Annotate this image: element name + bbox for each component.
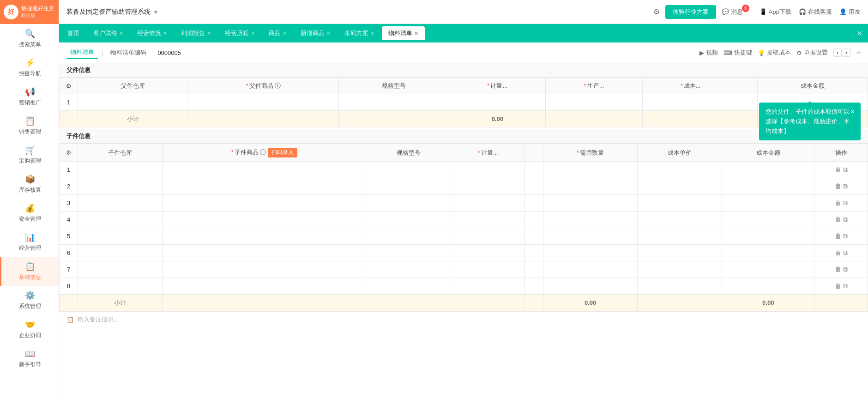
nav-tab-新增商品[interactable]: 新增商品✕ (294, 26, 337, 40)
app-download-action[interactable]: 📱 App下载 (760, 8, 791, 16)
sidebar-item-quicknav[interactable]: ⚡快捷导航 (0, 53, 59, 82)
child-row5-product[interactable] (163, 228, 366, 245)
menu-icon[interactable]: ≡ (856, 48, 861, 57)
child-row2-product[interactable] (163, 178, 366, 195)
child-row7-unit-price[interactable] (637, 261, 722, 278)
parent-th-settings[interactable]: ⚙ (60, 78, 78, 94)
child-row5-delete-icon[interactable]: 🗑 (835, 232, 841, 240)
child-row3-delete-icon[interactable]: 🗑 (835, 199, 841, 207)
child-row3-quantity[interactable] (543, 195, 637, 212)
child-row8-copy-icon[interactable]: ⧉ (843, 282, 848, 290)
child-row6-quantity[interactable] (543, 245, 637, 261)
child-row5-spec[interactable] (366, 228, 451, 245)
child-row4-unit-price[interactable] (637, 212, 722, 228)
child-row3-warehouse[interactable] (78, 195, 163, 212)
child-row3-product[interactable] (163, 195, 366, 212)
sub-nav-wuliaocode[interactable]: 物料清单编码 (107, 47, 150, 59)
tab-close-物料清单[interactable]: ✕ (414, 30, 418, 36)
child-row3-spec[interactable] (366, 195, 451, 212)
child-row8-unit[interactable] (451, 278, 525, 295)
child-row7-quantity[interactable] (543, 261, 637, 278)
prev-arrow[interactable]: ‹ (833, 48, 842, 57)
message-action[interactable]: 💬 消息 6 (722, 8, 752, 16)
child-row4-product[interactable] (163, 212, 366, 228)
sidebar-item-newbie[interactable]: 📖新手引导 (0, 344, 59, 373)
child-row7-unit[interactable] (451, 261, 525, 278)
child-row2-copy-icon[interactable]: ⧉ (843, 182, 848, 190)
child-row5-unit-price[interactable] (637, 228, 722, 245)
tab-close-经营情况[interactable]: ✕ (163, 30, 167, 36)
child-row1-delete-icon[interactable]: 🗑 (835, 166, 841, 174)
nav-tab-条码方案[interactable]: 条码方案✕ (338, 26, 381, 40)
child-row3-copy-icon[interactable]: ⧉ (843, 199, 848, 207)
nav-tab-首页[interactable]: 首页 (61, 26, 86, 40)
nav-tab-客户联络[interactable]: 客户联络✕ (87, 26, 130, 40)
child-row1-unit[interactable] (451, 162, 525, 178)
child-row8-delete-icon[interactable]: 🗑 (835, 282, 841, 290)
child-row8-product[interactable] (163, 278, 366, 295)
child-row5-unit[interactable] (451, 228, 525, 245)
child-row8-spec[interactable] (366, 278, 451, 295)
child-row4-warehouse[interactable] (78, 212, 163, 228)
parent-row1-cost[interactable] (642, 94, 739, 111)
tab-close-客户联络[interactable]: ✕ (119, 30, 123, 36)
child-row6-spec[interactable] (366, 245, 451, 261)
sidebar-item-inventory[interactable]: 📦库存核算 (0, 169, 59, 199)
settings-icon[interactable]: ⚙ (653, 7, 660, 16)
child-row7-product[interactable] (163, 261, 366, 278)
parent-row1-product[interactable] (188, 94, 339, 111)
child-row2-unit[interactable] (451, 178, 525, 195)
sidebar-item-search[interactable]: 🔍搜索菜单 (0, 24, 59, 53)
parent-row1-spec[interactable] (339, 94, 449, 111)
child-row3-unit-price[interactable] (637, 195, 722, 212)
next-arrow[interactable]: › (843, 48, 851, 57)
child-row4-delete-icon[interactable]: 🗑 (835, 216, 841, 224)
child-row4-copy-icon[interactable]: ⧉ (843, 216, 848, 224)
child-row4-quantity[interactable] (543, 212, 637, 228)
extract-cost-action[interactable]: 💡 提取成本 (758, 48, 791, 57)
child-row3-unit[interactable] (451, 195, 525, 212)
dropdown-icon[interactable]: ▾ (154, 8, 157, 16)
sidebar-item-collab[interactable]: 🤝企业协同 (0, 315, 59, 344)
nav-tab-商品[interactable]: 商品✕ (262, 26, 293, 40)
child-row8-quantity[interactable] (543, 278, 637, 295)
child-row2-delete-icon[interactable]: 🗑 (835, 182, 841, 190)
child-th-settings[interactable]: ⚙ (60, 144, 78, 162)
nav-tab-经营情况[interactable]: 经营情况✕ (131, 26, 174, 40)
user-action[interactable]: 👤 用友 (839, 8, 861, 16)
online-service-action[interactable]: 🎧 在线客服 (799, 8, 832, 16)
tab-close-经营历程[interactable]: ✕ (251, 30, 255, 36)
child-row2-spec[interactable] (366, 178, 451, 195)
child-row1-unit-price[interactable] (637, 162, 722, 178)
sidebar-item-marketing[interactable]: 📢营销推广 (0, 82, 59, 111)
child-row6-unit[interactable] (451, 245, 525, 261)
tab-close-新增商品[interactable]: ✕ (326, 30, 331, 36)
child-row2-unit-price[interactable] (637, 178, 722, 195)
tooltip-close-button[interactable]: × (850, 107, 854, 117)
child-row7-copy-icon[interactable]: ⧉ (843, 266, 848, 273)
sidebar-item-operations[interactable]: 📊经营管理 (0, 228, 59, 257)
tab-close-利润报告[interactable]: ✕ (207, 30, 211, 36)
child-row7-warehouse[interactable] (78, 261, 163, 278)
child-row5-quantity[interactable] (543, 228, 637, 245)
sidebar-item-finance[interactable]: 💰资金管理 (0, 199, 59, 228)
child-row4-spec[interactable] (366, 212, 451, 228)
trial-button[interactable]: 体验行业方案 (665, 5, 716, 19)
child-row7-spec[interactable] (366, 261, 451, 278)
shortcut-action[interactable]: ⌨ 快捷键 (723, 48, 752, 57)
child-row1-product[interactable] (163, 162, 366, 178)
child-row4-unit[interactable] (451, 212, 525, 228)
child-row8-unit-price[interactable] (637, 278, 722, 295)
child-row1-quantity[interactable] (543, 162, 637, 178)
tab-close-商品[interactable]: ✕ (283, 30, 287, 36)
nav-tab-利润报告[interactable]: 利润报告✕ (175, 26, 217, 40)
child-row5-copy-icon[interactable]: ⧉ (843, 232, 848, 240)
child-row2-quantity[interactable] (543, 178, 637, 195)
close-all-tabs-icon[interactable]: ✕ (853, 29, 866, 38)
child-row7-delete-icon[interactable]: 🗑 (835, 266, 841, 273)
child-row6-product[interactable] (163, 245, 366, 261)
child-row1-warehouse[interactable] (78, 162, 163, 178)
child-row6-warehouse[interactable] (78, 245, 163, 261)
sidebar-item-basic[interactable]: 📋基础信息 (0, 257, 59, 286)
sidebar-item-purchase[interactable]: 🛒采购管理 (0, 140, 59, 169)
